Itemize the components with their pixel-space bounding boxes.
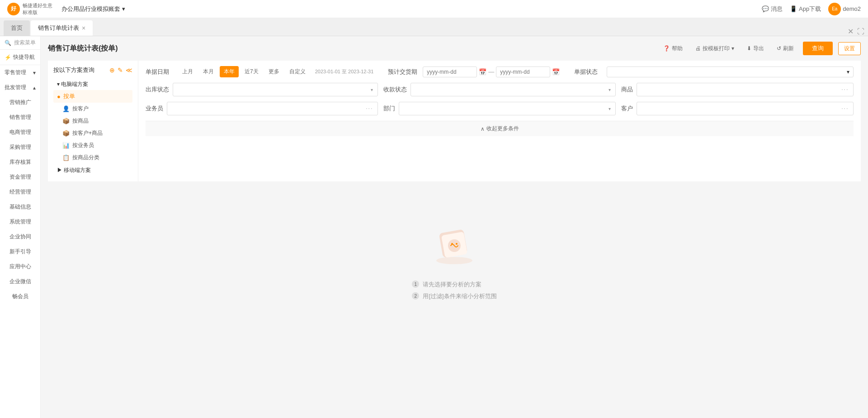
sidebar-item-sales[interactable]: 销售管理: [0, 110, 40, 125]
print-button[interactable]: 🖨 按模板打印 ▾: [692, 43, 738, 54]
refresh-button[interactable]: ↺ 刷新: [773, 43, 797, 54]
collapse-scheme-button[interactable]: ≪: [126, 66, 132, 74]
goods-dots: ···: [841, 86, 849, 94]
dept-field: 部门 ▾: [383, 102, 616, 115]
expand-arrow-icon2: ▴: [33, 85, 36, 91]
customer-dots: ···: [841, 104, 849, 113]
tab-close-icon[interactable]: ×: [82, 24, 85, 32]
scheme-panel-header: 按以下方案查询 ⊕ ✎ ≪: [53, 66, 132, 74]
date-btn-custom[interactable]: 自定义: [285, 66, 310, 77]
sales-input[interactable]: ···: [167, 102, 378, 115]
delivery-select[interactable]: ▾: [173, 83, 378, 96]
query-button[interactable]: 查询: [803, 42, 833, 55]
scheme-by-customer-goods[interactable]: 📦 按客户+商品: [53, 127, 132, 139]
scheme-by-category[interactable]: 📋 按商品分类: [53, 152, 132, 164]
goods-label: 商品: [621, 86, 633, 94]
industry-selector[interactable]: 办公用品行业模拟账套 ▾: [61, 5, 125, 13]
search-menu[interactable]: 🔍 搜索菜单: [0, 36, 40, 50]
date-btn-more[interactable]: 更多: [264, 66, 283, 77]
scheme-by-customer[interactable]: 👤 按客户: [53, 103, 132, 115]
expected-date-start[interactable]: [423, 66, 477, 77]
expected-date-label: 预计交货期: [388, 68, 417, 76]
scheme-by-salesperson[interactable]: 📊 按业务员: [53, 139, 132, 152]
payment-arrow-icon: ▾: [609, 87, 611, 92]
user-profile[interactable]: Ea demo2: [828, 3, 861, 15]
quick-nav[interactable]: ⚡ 快捷导航: [0, 50, 40, 65]
sidebar-item-wholesale[interactable]: 批发管理 ▴: [0, 80, 40, 95]
filter-row-sales: 业务员 ··· 部门 ▾: [146, 102, 854, 115]
sidebar-item-marketing[interactable]: 营销推广: [0, 95, 40, 110]
sidebar-item-basic[interactable]: 基础信息: [0, 200, 40, 214]
sidebar-item-retail[interactable]: 零售管理 ▾: [0, 65, 40, 80]
sidebar-item-inventory[interactable]: 库存核算: [0, 155, 40, 170]
status-select[interactable]: ▾: [607, 66, 854, 77]
sidebar-item-member[interactable]: 畅会员: [0, 289, 40, 304]
scheme-panel-title: 按以下方案查询: [53, 66, 94, 74]
sales-label: 销售管理: [9, 114, 31, 121]
sidebar-item-newguide[interactable]: 新手引导: [0, 244, 40, 259]
tab-sales-order[interactable]: 销售订单统计表 ×: [31, 20, 93, 36]
sidebar: 🔍 搜索菜单 ⚡ 快捷导航 零售管理 ▾ 批发管理 ▴ 营销推广 销售管理 电商…: [0, 36, 41, 418]
top-bar-left: 好 畅捷通好生意 标准版 办公用品行业模拟账套 ▾: [7, 2, 125, 15]
maximize-window-icon[interactable]: ⛶: [857, 28, 864, 36]
customer-input[interactable]: ···: [637, 102, 854, 115]
export-icon: ⬇: [747, 45, 751, 52]
message-icon: 💬: [762, 5, 769, 12]
calendar-end-icon[interactable]: 📅: [552, 68, 560, 76]
help-button[interactable]: ❓ 帮助: [660, 43, 686, 54]
collapse-bar[interactable]: ∧ 收起更多条件: [146, 121, 854, 136]
expected-date-range: 📅 — 📅: [423, 66, 560, 77]
scheme-header-actions: ⊕ ✎ ≪: [109, 66, 132, 74]
date-range-text: 2023-01-01 至 2023-12-31: [315, 68, 374, 75]
dept-arrow-icon: ▾: [609, 106, 611, 111]
messages-nav[interactable]: 💬 消息: [762, 5, 783, 13]
search-icon: 🔍: [5, 40, 11, 46]
svg-point-4: [451, 243, 453, 245]
date-btn-this-month[interactable]: 本月: [199, 66, 218, 77]
sidebar-item-system[interactable]: 系统管理: [0, 214, 40, 229]
date-btn-this-year[interactable]: 本年: [220, 66, 239, 77]
tip-num-1: 1: [412, 280, 419, 288]
date-btn-7days[interactable]: 近7天: [241, 66, 263, 77]
top-bar-right: 💬 消息 📱 App下载 Ea demo2: [762, 3, 861, 15]
scheme-by-goods[interactable]: 📦 按商品: [53, 115, 132, 127]
newguide-label: 新手引导: [9, 248, 31, 256]
purchase-label: 采购管理: [9, 143, 31, 151]
empty-tip-2: 2 用[过滤]条件来缩小分析范围: [412, 292, 496, 300]
window-controls: ✕ ⛶: [848, 27, 868, 36]
wechat-label: 企业微信: [9, 278, 31, 285]
avatar: Ea: [828, 3, 841, 15]
sidebar-item-ecommerce[interactable]: 电商管理: [0, 125, 40, 140]
scheme-by-order[interactable]: ● 按单: [53, 90, 132, 103]
sidebar-item-enterprise[interactable]: 企业协同: [0, 229, 40, 244]
tip-text-2: 用[过滤]条件来缩小分析范围: [423, 292, 496, 300]
date-btn-last-month[interactable]: 上月: [178, 66, 197, 77]
sidebar-item-appcenter[interactable]: 应用中心: [0, 259, 40, 274]
app-download-nav[interactable]: 📱 App下载: [790, 5, 821, 13]
mobile-group-label: ▶ 移动端方案: [53, 164, 132, 176]
sidebar-retail-label: 零售管理: [5, 69, 26, 76]
delivery-field: 出库状态 ▾: [146, 83, 378, 96]
finance-label: 资金管理: [9, 173, 31, 181]
expected-date-end[interactable]: [496, 66, 550, 77]
settings-button[interactable]: 设置: [838, 42, 861, 55]
export-button[interactable]: ⬇ 导出: [743, 43, 768, 54]
sidebar-item-wechat[interactable]: 企业微信: [0, 274, 40, 289]
customer-icon: 👤: [62, 105, 70, 112]
close-window-icon[interactable]: ✕: [848, 27, 854, 36]
sidebar-item-operation[interactable]: 经营管理: [0, 185, 40, 200]
sidebar-item-finance[interactable]: 资金管理: [0, 170, 40, 185]
page-header: 销售订单统计表(按单) ❓ 帮助 🖨 按模板打印 ▾ ⬇ 导出: [48, 42, 861, 55]
calendar-start-icon[interactable]: 📅: [479, 68, 486, 76]
dept-select[interactable]: ▾: [399, 102, 616, 115]
active-scheme-radio: ●: [57, 93, 61, 100]
edit-scheme-button[interactable]: ✎: [118, 66, 123, 74]
add-scheme-button[interactable]: ⊕: [109, 66, 115, 74]
logo-area: 好 畅捷通好生意 标准版: [7, 2, 52, 15]
goods-input[interactable]: ···: [637, 83, 854, 96]
payment-select[interactable]: ▾: [410, 83, 616, 96]
sales-label: 业务员: [146, 104, 163, 113]
basic-label: 基础信息: [9, 203, 31, 211]
tab-home[interactable]: 首页: [4, 20, 30, 36]
sidebar-item-purchase[interactable]: 采购管理: [0, 140, 40, 155]
